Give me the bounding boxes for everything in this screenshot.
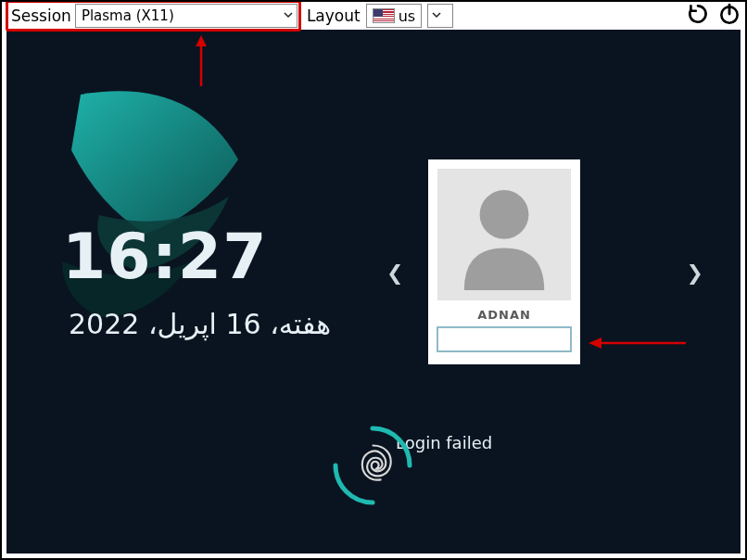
password-input[interactable] xyxy=(437,327,571,351)
layout-value: us xyxy=(399,7,415,25)
session-label: Session xyxy=(9,6,73,25)
us-flag-icon xyxy=(373,8,395,23)
restart-button[interactable] xyxy=(686,2,710,30)
debian-logo-icon xyxy=(362,446,391,480)
loading-spinner xyxy=(326,419,419,512)
session-selector-highlight: Session Plasma (X11) xyxy=(6,0,301,32)
username-label: ADNAN xyxy=(477,308,531,322)
login-background: 16:27 هفته، 16 اپریل، 2022 ❮ ❯ ADNAN Log… xyxy=(6,30,741,554)
top-bar: Session Plasma (X11) Layout us xyxy=(2,2,745,30)
shutdown-button[interactable] xyxy=(717,2,741,30)
layout-dropdown-toggle[interactable] xyxy=(427,4,453,28)
annotation-arrow-up xyxy=(192,35,210,91)
prev-user-button[interactable]: ❮ xyxy=(386,261,403,285)
user-card: ADNAN xyxy=(428,159,580,364)
next-user-button[interactable]: ❯ xyxy=(687,261,703,285)
chevron-down-icon xyxy=(432,9,441,22)
avatar xyxy=(437,169,571,300)
clock-time: 16:27 xyxy=(62,220,267,293)
annotation-arrow-left xyxy=(589,334,690,352)
layout-label: Layout xyxy=(307,6,361,25)
session-dropdown[interactable]: Plasma (X11) xyxy=(75,4,298,28)
layout-selector[interactable]: us xyxy=(366,4,422,28)
clock-date: هفته، 16 اپریل، 2022 xyxy=(53,308,331,340)
svg-point-2 xyxy=(480,190,529,239)
svg-marker-6 xyxy=(589,337,601,349)
chevron-down-icon xyxy=(284,9,293,22)
session-dropdown-value: Plasma (X11) xyxy=(82,7,174,24)
power-controls xyxy=(686,2,741,30)
svg-marker-4 xyxy=(196,35,207,46)
